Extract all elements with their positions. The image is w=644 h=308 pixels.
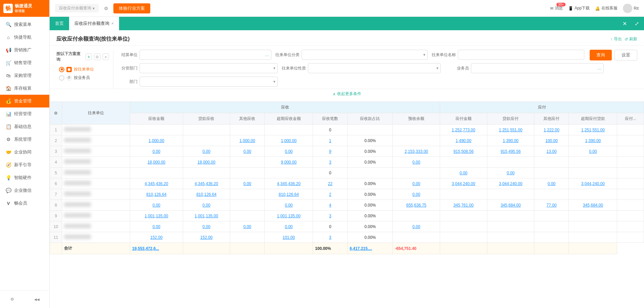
cell-data-7[interactable]: 1,252,773.00 [440, 125, 487, 135]
export-button[interactable]: ↑ 导出 [610, 36, 622, 42]
sidebar-item-inventory[interactable]: 🏠 库存核算 [0, 82, 49, 95]
app-download-button[interactable]: 📱 App下载 [568, 5, 590, 11]
sidebar-item-quicknav[interactable]: ⌂ 快捷导航 [0, 31, 49, 44]
tab-close-window-icon[interactable]: ✕ [620, 19, 629, 28]
cell-data-10[interactable]: 3,044,240.00 [569, 178, 617, 189]
filter-option-by-employee[interactable]: ⏱ 按业务员 [59, 74, 109, 82]
cell-data-10[interactable]: 0.00 [569, 146, 617, 157]
cell-data-4[interactable]: 3 [313, 211, 347, 221]
settings-gear-icon[interactable]: ⚙ [101, 4, 111, 13]
cell-data-1[interactable]: 0.00 [183, 221, 230, 232]
query-button[interactable]: 查询 [590, 50, 612, 60]
tab-balance[interactable]: 应收应付余额查询 × [69, 17, 119, 30]
cell-data-3[interactable]: 101.00 [265, 232, 313, 243]
cell-data-8[interactable]: 1,251,551.00 [487, 125, 534, 135]
cell-data-6[interactable]: 0.00 [393, 221, 440, 232]
cell-data-7[interactable]: 3,044,240.00 [440, 178, 487, 189]
cell-data-2[interactable]: 0.00 [230, 146, 265, 157]
cell-data-0[interactable]: 0.00 [130, 200, 183, 211]
cell-data-7[interactable]: 345,761.00 [440, 200, 487, 211]
cell-data-4[interactable]: 2 [313, 189, 347, 200]
cell-data-9[interactable]: 77.00 [534, 200, 569, 211]
cell-data-4[interactable]: 22 [313, 178, 347, 189]
sidebar-item-collab[interactable]: 🤝 企业协同 [0, 146, 49, 159]
cell-data-8[interactable]: 3,044,240.00 [487, 178, 534, 189]
sidebar-item-guide[interactable]: 🧭 新手引导 [0, 159, 49, 171]
collapse-scheme-icon[interactable]: « [103, 53, 109, 60]
collapse-more-button[interactable]: ∧ 收起更多条件 [50, 89, 644, 99]
cell-data-4[interactable]: 3 [313, 232, 347, 243]
sidebar-item-wechat[interactable]: 💬 企业微信 [0, 184, 49, 197]
setting-button[interactable]: 设置 [614, 50, 637, 60]
sidebar-item-system[interactable]: ⚙ 系统管理 [0, 133, 49, 146]
cell-data-8[interactable]: 0.00 [487, 168, 534, 178]
sidebar-item-marketing[interactable]: 📢 营销推广 [0, 44, 49, 56]
input-dept[interactable]: ▾ [140, 63, 278, 73]
cell-data-1[interactable]: 0.00 [183, 200, 230, 211]
sidebar-item-purchase[interactable]: 🛍 采购管理 [0, 69, 49, 82]
input-subdept[interactable]: ▾ [140, 77, 278, 87]
cell-data-0[interactable]: 0.00 [130, 221, 183, 232]
breadcrumb-chevron-icon[interactable]: ▾ [93, 6, 95, 11]
cell-data-8[interactable]: 915,495.56 [487, 146, 534, 157]
sidebar-item-operation[interactable]: 📊 经营管理 [0, 107, 49, 120]
cell-data-2[interactable]: 1,000.00 [230, 135, 265, 146]
cell-data-0[interactable]: 18,000.00 [130, 157, 183, 168]
cell-data-9[interactable]: 0.00 [534, 178, 569, 189]
cell-data-0[interactable]: 152.00 [130, 232, 183, 243]
filter-option-by-unit[interactable]: 按往来单位 [59, 65, 109, 74]
messages-button[interactable]: ✉ 消息 99+ [550, 5, 563, 11]
refresh-button[interactable]: ↺ 刷新 [625, 36, 637, 42]
input-settlement[interactable]: … [140, 50, 271, 60]
sidebar-item-smart[interactable]: 💡 智能硬件 [0, 171, 49, 184]
cell-data-4[interactable]: 1 [313, 135, 347, 146]
cell-data-2[interactable]: 0.00 [230, 221, 265, 232]
tab-close-icon[interactable]: × [111, 21, 114, 26]
cell-data-3[interactable]: 9,000.00 [265, 157, 313, 168]
input-unit-category[interactable]: ▾ [302, 50, 428, 60]
cell-data-4[interactable]: 9 [313, 146, 347, 157]
sidebar-item-member[interactable]: V 畅会员 [0, 197, 49, 210]
user-menu[interactable]: Rit [623, 4, 639, 13]
cell-data-10[interactable]: 345,684.00 [569, 200, 617, 211]
cell-data-8[interactable]: 1,390.00 [487, 135, 534, 146]
cell-data-4[interactable]: 3 [313, 157, 347, 168]
input-unit-name[interactable] [458, 50, 584, 60]
cell-data-4[interactable]: 4 [313, 200, 347, 211]
cell-data-1[interactable]: 810,126.64 [183, 189, 230, 200]
cell-data-8[interactable]: 345,684.00 [487, 200, 534, 211]
breadcrumb[interactable]: 应收应付余额查询 ▾ [55, 4, 99, 12]
cell-data-9[interactable]: 100.00 [534, 135, 569, 146]
cell-data-1[interactable]: 152.00 [183, 232, 230, 243]
promo-button[interactable]: 体验行业方案 [113, 3, 150, 13]
online-service-button[interactable]: 🔔 在线客服 [595, 5, 618, 11]
cell-data-1[interactable]: 1,001,135.00 [183, 211, 230, 221]
cell-data-6[interactable]: 0.00 [393, 178, 440, 189]
th-settings[interactable]: ⚙ [50, 102, 62, 125]
cell-data-10[interactable]: 1,390.00 [569, 135, 617, 146]
cell-data-7[interactable]: 1,490.00 [440, 135, 487, 146]
cell-data-0[interactable]: 4,345,436.20 [130, 178, 183, 189]
circle-dots-icon[interactable]: ⊙ [94, 53, 100, 60]
cell-data-3[interactable]: 1,001,135.00 [265, 211, 313, 221]
sidebar-item-basic[interactable]: 📋 基础信息 [0, 120, 49, 133]
cell-data-6[interactable]: 2,153,333.00 [393, 146, 440, 157]
sidebar-item-sales[interactable]: 🛒 销售管理 [0, 56, 49, 69]
cell-data-3[interactable]: 4,345,436.20 [265, 178, 313, 189]
cell-data-9[interactable]: 13.00 [534, 146, 569, 157]
cell-data-3[interactable]: 0.00 [265, 221, 313, 232]
collapse-button[interactable]: ◀◀ [32, 294, 42, 305]
cell-data-9[interactable]: 1,222.00 [534, 125, 569, 135]
cell-data-6[interactable]: 0.00 [393, 157, 440, 168]
cell-data-10[interactable]: 1,251,551.00 [569, 125, 617, 135]
cell-data-6[interactable]: 655,636.75 [393, 200, 440, 211]
settings-button[interactable]: ⚙ [7, 294, 18, 305]
cell-data-7[interactable]: 915,508.56 [440, 146, 487, 157]
cell-data-1[interactable]: 0.00 [183, 146, 230, 157]
cell-data-3[interactable]: 0.00 [265, 200, 313, 211]
cell-data-7[interactable]: 0.00 [440, 168, 487, 178]
sidebar-item-search[interactable]: 🔍 搜索菜单 [0, 18, 49, 31]
cell-data-2[interactable]: 0.00 [230, 178, 265, 189]
cell-data-3[interactable]: 810,126.64 [265, 189, 313, 200]
cell-data-0[interactable]: 1,000.00 [130, 135, 183, 146]
